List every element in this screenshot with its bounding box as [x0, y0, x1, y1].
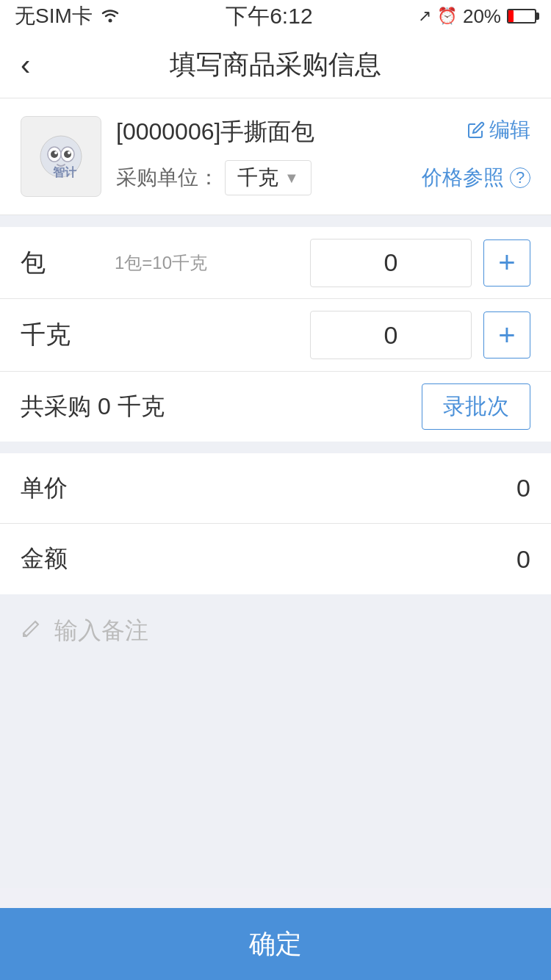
product-card: 智计 [0000006]手撕面包 编辑 采购单位： 千克 ▼ [0, 98, 551, 215]
price-ref-button[interactable]: 价格参照 ? [422, 164, 530, 192]
edit-label: 编辑 [489, 116, 530, 144]
edit-button[interactable]: 编辑 [467, 116, 530, 144]
confirm-label: 确定 [249, 926, 302, 962]
wifi-icon [100, 4, 120, 28]
unit-price-row: 单价 0 [0, 453, 551, 524]
remark-section[interactable]: 输入备注 [0, 594, 551, 668]
battery-percent: 20% [463, 5, 501, 28]
bag-plus-icon: + [498, 246, 515, 279]
unit-label: 采购单位： [116, 164, 219, 192]
bag-value: 0 [384, 248, 398, 277]
summary-row: 共采购 0 千克 录批次 [0, 371, 551, 442]
kg-plus-button[interactable]: + [483, 311, 530, 359]
unit-select[interactable]: 千克 ▼ [225, 160, 311, 195]
amount-label: 金额 [21, 543, 68, 575]
status-left: 无SIM卡 [15, 2, 120, 30]
product-unit-row: 采购单位： 千克 ▼ 价格参照 ? [116, 160, 530, 195]
price-section: 单价 0 金额 0 [0, 453, 551, 594]
kg-input-row: 千克 0 + [0, 299, 551, 371]
amount-value: 0 [516, 545, 530, 574]
bag-input-wrapper: 0 + [207, 239, 530, 287]
product-image: 智计 [21, 116, 101, 197]
amount-row: 金额 0 [0, 524, 551, 594]
bag-input-row: 包 1包=10千克 0 + [0, 227, 551, 299]
product-logo: 智计 [35, 131, 87, 182]
svg-point-5 [64, 151, 71, 158]
bag-input-field[interactable]: 0 [310, 239, 472, 287]
kg-input-field[interactable]: 0 [310, 311, 472, 359]
dropdown-icon: ▼ [284, 170, 299, 187]
price-ref-label: 价格参照 [422, 164, 504, 192]
kg-value: 0 [384, 321, 398, 350]
bag-sublabel: 1包=10千克 [115, 251, 207, 275]
batch-label: 录批次 [443, 394, 509, 418]
unit-price-label: 单价 [21, 472, 68, 505]
back-button[interactable]: ‹ [21, 48, 30, 82]
product-name: [0000006]手撕面包 [116, 116, 314, 148]
svg-point-6 [54, 151, 57, 154]
product-info-top: [0000006]手撕面包 编辑 [116, 116, 530, 148]
summary-text: 共采购 0 千克 [21, 391, 165, 423]
bottom-area [0, 668, 551, 888]
svg-point-0 [108, 19, 112, 23]
svg-point-7 [68, 151, 71, 154]
unit-price-value: 0 [516, 474, 530, 502]
bag-label: 包 [21, 246, 109, 280]
battery-icon [507, 9, 536, 24]
separator-1 [0, 215, 551, 227]
pencil-icon [21, 617, 43, 645]
remark-placeholder: 输入备注 [54, 615, 148, 647]
product-info: [0000006]手撕面包 编辑 采购单位： 千克 ▼ 价格参照 ? [116, 116, 530, 195]
status-bar: 无SIM卡 下午6:12 ↗ ⏰ 20% [0, 0, 551, 32]
separator-2 [0, 442, 551, 453]
help-icon: ? [510, 167, 530, 188]
confirm-button[interactable]: 确定 [0, 908, 551, 980]
alarm-icon: ⏰ [437, 7, 457, 26]
page-title: 填写商品采购信息 [170, 47, 381, 83]
batch-button[interactable]: 录批次 [422, 383, 530, 430]
status-time: 下午6:12 [226, 1, 312, 32]
location-icon: ↗ [418, 7, 431, 26]
svg-text:智计: 智计 [52, 166, 77, 179]
kg-input-wrapper: 0 + [109, 311, 530, 359]
input-section: 包 1包=10千克 0 + 千克 0 + [0, 227, 551, 371]
svg-point-4 [51, 151, 58, 158]
kg-plus-icon: + [498, 319, 515, 352]
status-right: ↗ ⏰ 20% [418, 5, 536, 28]
kg-label: 千克 [21, 318, 109, 352]
nav-bar: ‹ 填写商品采购信息 [0, 32, 551, 98]
carrier-text: 无SIM卡 [15, 2, 93, 30]
bag-plus-button[interactable]: + [483, 239, 530, 287]
unit-value: 千克 [237, 164, 278, 192]
